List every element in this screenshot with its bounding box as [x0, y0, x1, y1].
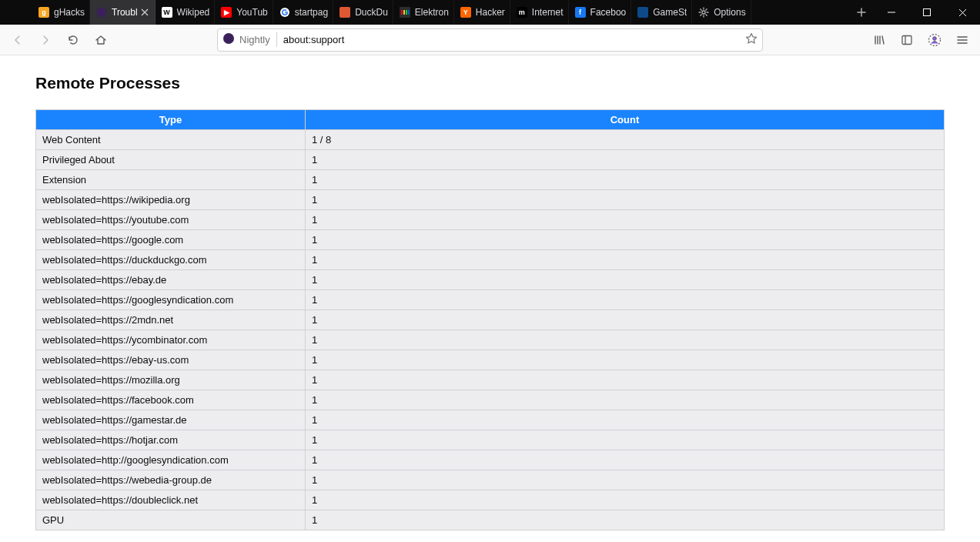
tab[interactable]: GameSt [631, 0, 692, 25]
svg-rect-3 [401, 10, 403, 15]
back-button[interactable] [6, 28, 29, 52]
tab-label: startpag [295, 7, 328, 18]
cell-count: 1 [306, 390, 945, 410]
bookmark-star-icon[interactable] [745, 32, 758, 47]
tab[interactable]: startpag [273, 0, 333, 25]
table-row: webIsolated=https://duckduckgo.com1 [36, 250, 945, 270]
section-heading: Remote Processes [35, 74, 945, 92]
tab[interactable]: fFaceboo [569, 0, 632, 25]
minimize-button[interactable] [874, 0, 909, 25]
tab[interactable]: WWikiped [156, 0, 216, 25]
tab[interactable]: ggHacks [32, 0, 90, 25]
cell-type: webIsolated=https://ebay.de [36, 270, 306, 290]
svg-point-12 [933, 36, 937, 40]
cell-type: webIsolated=https://hotjar.com [36, 430, 306, 450]
cell-count: 1 [306, 350, 945, 370]
cell-count: 1 [306, 470, 945, 490]
sidebar-button[interactable] [895, 28, 918, 52]
tab-label: Wikiped [177, 7, 210, 18]
tab-close-icon[interactable] [139, 7, 150, 18]
tab-favicon [637, 7, 648, 18]
maximize-button[interactable] [909, 0, 945, 25]
tab[interactable]: Troubl [90, 0, 156, 25]
tab-favicon [279, 7, 290, 18]
cell-count: 1 [306, 450, 945, 470]
app-menu-button[interactable] [951, 28, 974, 52]
cell-count: 1 [306, 430, 945, 450]
cell-count: 1 [306, 310, 945, 330]
cell-count: 1 [306, 150, 945, 170]
url-text: about:support [283, 34, 739, 45]
tab[interactable]: ▶YouTub [215, 0, 273, 25]
url-bar[interactable]: Nightly about:support [217, 28, 763, 52]
nightly-icon [222, 32, 235, 47]
table-row: webIsolated=https://mozilla.org1 [36, 370, 945, 390]
cell-type: webIsolated=https://gamestar.de [36, 410, 306, 430]
cell-count: 1 [306, 510, 945, 530]
toolbar-right [868, 28, 974, 52]
window-titlebar: ggHacksTroublWWikiped▶YouTubstartpagDuck… [0, 0, 980, 25]
tab-strip: ggHacksTroublWWikiped▶YouTubstartpagDuck… [0, 0, 849, 25]
table-row: webIsolated=https://wikipedia.org1 [36, 190, 945, 210]
tab-label: gHacks [54, 7, 85, 18]
tab-favicon [400, 7, 410, 18]
cell-type: webIsolated=https://wikipedia.org [36, 190, 306, 210]
table-row: webIsolated=https://webedia-group.de1 [36, 470, 945, 490]
tab-favicon: g [38, 7, 49, 18]
cell-type: GPU [36, 510, 306, 530]
cell-type: webIsolated=https://2mdn.net [36, 310, 306, 330]
cell-count: 1 [306, 190, 945, 210]
tab-label: Faceboo [590, 7, 627, 18]
cell-type: webIsolated=https://ycombinator.com [36, 330, 306, 350]
table-row: webIsolated=https://ebay.de1 [36, 270, 945, 290]
reload-button[interactable] [62, 28, 85, 52]
home-button[interactable] [89, 28, 112, 52]
tab-favicon [698, 7, 709, 18]
svg-rect-8 [924, 9, 931, 16]
svg-point-9 [223, 33, 234, 44]
cell-type: webIsolated=http://googlesyndication.com [36, 450, 306, 470]
cell-count: 1 / 8 [306, 130, 945, 150]
cell-type: webIsolated=https://mozilla.org [36, 370, 306, 390]
cell-count: 1 [306, 490, 945, 510]
tab-label: GameSt [653, 7, 687, 18]
table-row: webIsolated=https://gamestar.de1 [36, 410, 945, 430]
tab[interactable]: Options [692, 0, 751, 25]
cell-type: Extension [36, 170, 306, 190]
library-button[interactable] [868, 28, 891, 52]
table-row: webIsolated=https://googlesyndication.co… [36, 290, 945, 310]
table-row: Privileged About1 [36, 150, 945, 170]
tab-favicon: ▶ [221, 7, 232, 18]
column-header-count: Count [306, 110, 945, 130]
tab[interactable]: DuckDu [333, 0, 393, 25]
table-row: webIsolated=https://ebay-us.com1 [36, 350, 945, 370]
cell-count: 1 [306, 210, 945, 230]
table-row: Extension1 [36, 170, 945, 190]
cell-type: webIsolated=https://youtube.com [36, 210, 306, 230]
tab-label: Elektron [415, 7, 449, 18]
tab-label: Options [714, 7, 745, 18]
cell-count: 1 [306, 250, 945, 270]
close-window-button[interactable] [945, 0, 980, 25]
table-row: webIsolated=http://googlesyndication.com… [36, 450, 945, 470]
tab-favicon [96, 7, 107, 18]
tab-label: DuckDu [355, 7, 388, 18]
column-header-type: Type [36, 110, 306, 130]
forward-button[interactable] [34, 28, 57, 52]
table-row: webIsolated=https://facebook.com1 [36, 390, 945, 410]
table-row: webIsolated=https://2mdn.net1 [36, 310, 945, 330]
profile-button[interactable] [923, 28, 946, 52]
cell-type: Privileged About [36, 150, 306, 170]
cell-count: 1 [306, 410, 945, 430]
site-identity[interactable]: Nightly [222, 32, 277, 47]
svg-rect-10 [902, 35, 911, 44]
tab[interactable]: mInternet [510, 0, 569, 25]
cell-type: webIsolated=https://doubleclick.net [36, 490, 306, 510]
new-tab-button[interactable] [849, 0, 874, 25]
content-scroll-area[interactable]: Remote Processes Type Count Web Content1… [0, 55, 980, 542]
tab[interactable]: Elektron [393, 0, 454, 25]
table-row: webIsolated=https://google.com1 [36, 230, 945, 250]
tab[interactable]: YHacker [454, 0, 510, 25]
cell-type: webIsolated=https://duckduckgo.com [36, 250, 306, 270]
tab-favicon [339, 7, 350, 18]
